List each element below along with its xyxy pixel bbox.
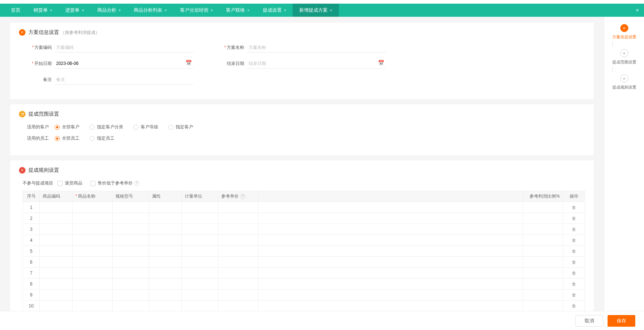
table-cell[interactable] — [113, 268, 149, 279]
table-cell[interactable]: 3 — [23, 224, 40, 235]
table-cell[interactable] — [40, 279, 73, 290]
table-cell[interactable] — [182, 279, 218, 290]
cancel-button[interactable]: 取消 — [575, 315, 603, 327]
table-cell[interactable] — [258, 279, 523, 290]
table-cell[interactable] — [182, 235, 218, 246]
table-cell[interactable] — [149, 202, 182, 213]
table-cell[interactable] — [182, 290, 218, 300]
tab-close-icon[interactable]: × — [82, 8, 84, 12]
table-cell[interactable]: 5 — [23, 246, 40, 257]
table-row[interactable]: 5🗑 — [23, 246, 585, 257]
tab-close-icon[interactable]: × — [284, 8, 286, 12]
remark-input[interactable] — [55, 74, 193, 85]
delete-icon[interactable]: 🗑 — [572, 238, 576, 243]
table-cell[interactable] — [218, 268, 258, 279]
customer-scope-option[interactable]: 全部客户 — [55, 124, 79, 130]
tab-销货单[interactable]: 销货单× — [27, 4, 59, 17]
table-cell[interactable] — [113, 246, 149, 257]
tabbar-close-icon[interactable]: × — [636, 4, 639, 17]
table-cell[interactable] — [258, 300, 523, 311]
table-cell[interactable] — [40, 213, 73, 224]
table-cell[interactable] — [113, 257, 149, 268]
table-row[interactable]: 6🗑 — [23, 257, 585, 268]
end-date-input[interactable] — [247, 58, 386, 69]
table-row[interactable]: 8🗑 — [23, 279, 585, 290]
table-cell[interactable] — [523, 268, 563, 279]
exclude-option[interactable]: 售价低于参考单价? — [90, 180, 139, 186]
table-cell[interactable] — [523, 279, 563, 290]
tab-close-icon[interactable]: × — [211, 8, 213, 12]
table-cell[interactable] — [523, 202, 563, 213]
tab-close-icon[interactable]: × — [247, 8, 249, 12]
exclude-option[interactable]: 退货商品 — [58, 180, 82, 186]
table-cell[interactable]: 4 — [23, 235, 40, 246]
table-cell[interactable] — [40, 300, 73, 311]
table-cell[interactable] — [73, 257, 113, 268]
table-cell[interactable] — [258, 235, 523, 246]
table-cell[interactable] — [218, 257, 258, 268]
table-cell[interactable] — [218, 224, 258, 235]
customer-scope-option[interactable]: 客户等级 — [133, 124, 158, 130]
table-cell[interactable] — [73, 213, 113, 224]
sidebar-step[interactable]: ≡方案信息设置 — [612, 24, 636, 40]
sidebar-step[interactable]: ≡提成规则设置 — [612, 74, 636, 90]
table-cell[interactable] — [149, 257, 182, 268]
table-cell[interactable] — [218, 290, 258, 300]
customer-scope-option[interactable]: 指定客户 — [168, 124, 193, 130]
table-cell[interactable] — [113, 300, 149, 311]
delete-icon[interactable]: 🗑 — [572, 271, 576, 276]
plan-code-input[interactable] — [55, 42, 193, 53]
tab-close-icon[interactable]: × — [164, 8, 167, 12]
delete-icon[interactable]: 🗑 — [572, 292, 576, 298]
delete-icon[interactable]: 🗑 — [572, 205, 576, 210]
table-cell[interactable] — [218, 279, 258, 290]
delete-icon[interactable]: 🗑 — [572, 249, 576, 254]
table-row[interactable]: 10🗑 — [23, 300, 585, 311]
table-cell[interactable] — [73, 246, 113, 257]
table-cell[interactable] — [149, 213, 182, 224]
table-cell[interactable] — [149, 290, 182, 300]
tab-商品分析[interactable]: 商品分析× — [91, 4, 127, 17]
table-cell[interactable] — [258, 224, 523, 235]
table-cell[interactable] — [149, 235, 182, 246]
table-cell[interactable] — [182, 300, 218, 311]
sidebar-step[interactable]: ≡提成范围设置 — [612, 49, 636, 65]
table-cell[interactable] — [523, 224, 563, 235]
table-row[interactable]: 2🗑 — [23, 213, 585, 224]
table-cell[interactable] — [113, 235, 149, 246]
table-cell[interactable] — [40, 224, 73, 235]
tab-close-icon[interactable]: × — [50, 8, 52, 12]
table-cell[interactable] — [182, 268, 218, 279]
table-cell[interactable] — [113, 290, 149, 300]
staff-scope-option[interactable]: 全部员工 — [55, 135, 79, 141]
table-cell[interactable] — [73, 300, 113, 311]
plan-name-input[interactable] — [247, 42, 386, 53]
table-cell[interactable]: 10 — [23, 300, 40, 311]
table-cell[interactable] — [258, 268, 523, 279]
tab-首页[interactable]: 首页 — [4, 4, 27, 17]
table-cell[interactable] — [523, 257, 563, 268]
table-cell[interactable] — [523, 235, 563, 246]
table-cell[interactable] — [523, 300, 563, 311]
table-cell[interactable] — [182, 224, 218, 235]
table-cell[interactable]: 7 — [23, 268, 40, 279]
table-cell[interactable] — [73, 202, 113, 213]
table-cell[interactable] — [113, 224, 149, 235]
table-cell[interactable] — [40, 202, 73, 213]
table-row[interactable]: 3🗑 — [23, 224, 585, 235]
table-cell[interactable] — [258, 202, 523, 213]
table-cell[interactable] — [258, 257, 523, 268]
help-icon[interactable]: ? — [240, 194, 245, 199]
table-cell[interactable] — [149, 268, 182, 279]
tab-客户分层经营[interactable]: 客户分层经营× — [173, 4, 219, 17]
table-cell[interactable] — [182, 213, 218, 224]
table-cell[interactable] — [182, 246, 218, 257]
tab-新增提成方案[interactable]: 新增提成方案× — [293, 4, 339, 17]
table-cell[interactable] — [218, 235, 258, 246]
table-cell[interactable] — [149, 224, 182, 235]
tab-close-icon[interactable]: × — [118, 8, 121, 12]
table-cell[interactable]: 1 — [23, 202, 40, 213]
table-cell[interactable]: 8 — [23, 279, 40, 290]
table-cell[interactable] — [258, 290, 523, 300]
table-cell[interactable] — [218, 202, 258, 213]
